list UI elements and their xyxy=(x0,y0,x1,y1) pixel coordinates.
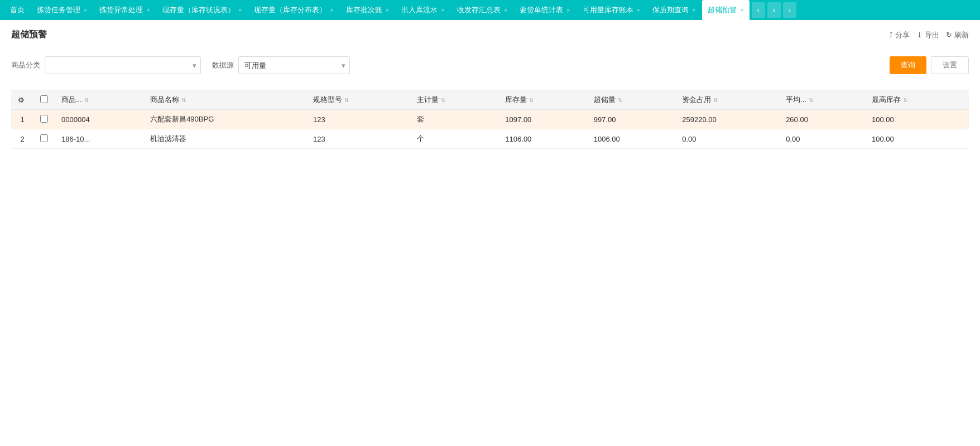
avg: 260.00 xyxy=(779,110,865,129)
select-all-checkbox[interactable] xyxy=(40,95,48,103)
product-code: 0000004 xyxy=(55,110,143,129)
export-icon: ⤓ xyxy=(916,31,923,39)
nav-close-icon[interactable]: × xyxy=(146,7,150,13)
nav-close-icon[interactable]: × xyxy=(692,7,695,13)
th-capital[interactable]: 资金占用 ⇅ xyxy=(675,90,779,110)
row-checkbox[interactable] xyxy=(33,129,55,149)
th-settings[interactable]: ⚙ xyxy=(11,90,33,110)
datasource-select[interactable]: 可用量 库存量 xyxy=(238,56,350,74)
unit: 个 xyxy=(410,129,498,149)
product-name: 机油滤清器 xyxy=(143,129,306,149)
th-avg[interactable]: 平均... ⇅ xyxy=(779,90,865,110)
table-header: ⚙ 商品... ⇅ 商品名称 ⇅ xyxy=(11,90,969,110)
nav-close-icon[interactable]: × xyxy=(504,7,507,13)
avg: 0.00 xyxy=(779,129,865,149)
share-icon: ⤴ xyxy=(889,31,893,39)
spec: 123 xyxy=(306,129,410,149)
th-checkbox[interactable] xyxy=(33,90,55,110)
nav-batch[interactable]: 库存批次账 × xyxy=(340,0,395,20)
sort-icon: ⇅ xyxy=(713,97,718,103)
row-num: 2 xyxy=(11,129,33,149)
datasource-select-wrapper: 可用量 库存量 xyxy=(238,56,350,74)
nav-home[interactable]: 首页 xyxy=(4,0,30,20)
top-navigation: 首页 拣货任务管理 × 拣货异常处理 × 现存量（库存状况表） × 现存量（库存… xyxy=(0,0,980,20)
data-table: ⚙ 商品... ⇅ 商品名称 ⇅ xyxy=(11,90,969,149)
refresh-button[interactable]: ↻ 刷新 xyxy=(946,30,969,40)
category-select-wrapper xyxy=(45,56,201,74)
settings-gear-icon[interactable]: ⚙ xyxy=(18,96,25,104)
sort-icon: ⇅ xyxy=(529,97,534,103)
page-container: 超储预警 ⤴ 分享 ⤓ 导出 ↻ 刷新 商品分类 xyxy=(0,20,980,446)
share-button[interactable]: ⤴ 分享 xyxy=(889,30,910,40)
capital: 0.00 xyxy=(675,129,779,149)
stock: 1097.00 xyxy=(498,110,587,129)
filter-right-actions: 查询 设置 xyxy=(890,56,969,74)
row-checkbox[interactable] xyxy=(33,110,55,129)
nav-close-icon[interactable]: × xyxy=(386,7,389,13)
category-label: 商品分类 xyxy=(11,60,40,70)
spec: 123 xyxy=(306,110,410,129)
th-overstock[interactable]: 超储量 ⇅ xyxy=(587,90,675,110)
stock: 1106.00 xyxy=(498,129,587,149)
table-row: 2186-10...机油滤清器123个1106.001006.000.000.0… xyxy=(11,129,969,149)
query-button[interactable]: 查询 xyxy=(890,56,926,74)
sort-icon: ⇅ xyxy=(344,97,349,103)
filter-bar: 商品分类 数据源 可用量 库存量 查询 设置 xyxy=(11,50,969,81)
th-max-stock[interactable]: 最高库存 ⇅ xyxy=(865,90,969,110)
th-unit[interactable]: 主计量 ⇅ xyxy=(410,90,498,110)
sort-icon: ⇅ xyxy=(181,97,186,103)
nav-close-icon[interactable]: × xyxy=(238,7,242,13)
product-code: 186-10... xyxy=(55,129,143,149)
nav-overstock[interactable]: 超储预警 × xyxy=(702,0,749,20)
sort-icon: ⇅ xyxy=(84,97,89,103)
nav-exception[interactable]: 拣货异常处理 × xyxy=(94,0,155,20)
table-body: 10000004六配套新昌490BPG123套1097.00997.002592… xyxy=(11,110,969,149)
sort-icon: ⇅ xyxy=(441,97,445,103)
export-button[interactable]: ⤓ 导出 xyxy=(916,30,939,40)
datasource-filter: 数据源 可用量 库存量 xyxy=(212,56,350,74)
settings-button[interactable]: 设置 xyxy=(931,56,969,74)
sort-icon: ⇅ xyxy=(618,97,622,103)
unit: 套 xyxy=(410,110,498,129)
overstock: 997.00 xyxy=(587,110,675,129)
th-stock[interactable]: 库存量 ⇅ xyxy=(498,90,587,110)
category-filter: 商品分类 xyxy=(11,56,201,74)
nav-prev-arrow[interactable]: ‹ xyxy=(752,2,765,18)
row-checkbox-input[interactable] xyxy=(40,115,48,123)
nav-available[interactable]: 可用量库存账本 × xyxy=(577,0,646,20)
sort-icon: ⇅ xyxy=(903,97,907,103)
page-title: 超储预警 xyxy=(11,29,47,41)
nav-stock-dist[interactable]: 现存量（库存分布表） × xyxy=(248,0,339,20)
row-num: 1 xyxy=(11,110,33,129)
category-select[interactable] xyxy=(45,56,201,74)
nav-expiry[interactable]: 保质期查询 × xyxy=(647,0,701,20)
nav-close-icon[interactable]: × xyxy=(441,7,444,13)
nav-stock-status[interactable]: 现存量（库存状况表） × xyxy=(157,0,247,20)
th-product-name[interactable]: 商品名称 ⇅ xyxy=(143,90,306,110)
refresh-icon: ↻ xyxy=(946,31,952,39)
nav-close-icon[interactable]: × xyxy=(330,7,333,13)
nav-close-icon[interactable]: × xyxy=(84,7,87,13)
nav-summary[interactable]: 收发存汇总表 × xyxy=(451,0,513,20)
th-spec[interactable]: 规格型号 ⇅ xyxy=(306,90,410,110)
datasource-label: 数据源 xyxy=(212,60,234,70)
overstock: 1006.00 xyxy=(587,129,675,149)
page-header: 超储预警 ⤴ 分享 ⤓ 导出 ↻ 刷新 xyxy=(11,29,969,41)
sort-icon: ⇅ xyxy=(809,97,813,103)
th-product-code[interactable]: 商品... ⇅ xyxy=(55,90,143,110)
nav-close-icon[interactable]: × xyxy=(740,7,743,13)
nav-next-arrow[interactable]: › xyxy=(767,2,781,18)
nav-inout-flow[interactable]: 出入库流水 × xyxy=(396,0,450,20)
nav-more-arrow[interactable]: › xyxy=(783,2,796,18)
max-stock: 100.00 xyxy=(865,110,969,129)
nav-order-stats[interactable]: 要货单统计表 × xyxy=(514,0,575,20)
product-name: 六配套新昌490BPG xyxy=(143,110,306,129)
capital: 259220.00 xyxy=(675,110,779,129)
nav-close-icon[interactable]: × xyxy=(566,7,570,13)
header-actions: ⤴ 分享 ⤓ 导出 ↻ 刷新 xyxy=(889,30,969,40)
table-row: 10000004六配套新昌490BPG123套1097.00997.002592… xyxy=(11,110,969,129)
nav-close-icon[interactable]: × xyxy=(637,7,640,13)
max-stock: 100.00 xyxy=(865,129,969,149)
nav-task-mgmt[interactable]: 拣货任务管理 × xyxy=(31,0,93,20)
row-checkbox-input[interactable] xyxy=(40,134,48,142)
